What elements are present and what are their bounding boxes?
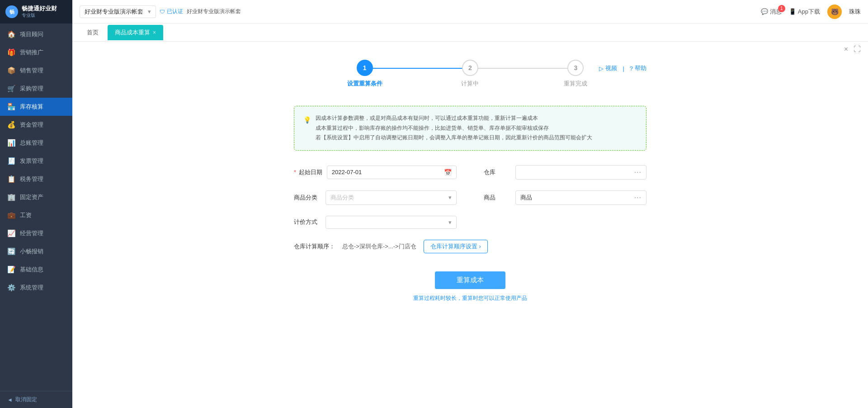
verified-badge: 🛡 已认证 xyxy=(160,8,183,15)
finance-icon: 💰 xyxy=(7,121,15,129)
tab-home-label: 首页 xyxy=(87,29,99,36)
app-download-action[interactable]: 📱 App下载 xyxy=(789,8,820,16)
basic-icon: 📝 xyxy=(7,266,15,274)
sidebar-item-label-system: 系统管理 xyxy=(20,284,43,292)
video-help-link[interactable]: ▷ 视频 xyxy=(599,64,617,72)
content-inner: 1 设置重算条件 2 计算中 3 重算完成 xyxy=(267,42,674,320)
app-download-label: App下载 xyxy=(798,8,820,16)
tab-home[interactable]: 首页 xyxy=(80,25,106,40)
category-group: 商品分类 商品分类 ▾ xyxy=(294,190,457,205)
sidebar-item-purchase[interactable]: 🛒 采购管理 xyxy=(0,80,72,98)
topbar-actions: 💬 消息 1 📱 App下载 🐻 珠珠 xyxy=(761,5,861,19)
sidebar-item-inventory[interactable]: 🏪 库存核算 xyxy=(0,98,72,116)
username[interactable]: 珠珠 xyxy=(849,8,861,16)
sidebar-item-basic[interactable]: 📝 基础信息 xyxy=(0,261,72,279)
form-row-1: * 起始日期 2022-07-01 📅 仓库 ··· xyxy=(294,165,646,180)
sidebar-item-label-inventory: 库存核算 xyxy=(20,103,43,111)
avatar[interactable]: 🐻 xyxy=(827,5,842,19)
sales-icon: 📦 xyxy=(7,66,15,75)
step-1: 1 设置重算条件 xyxy=(312,60,417,88)
expand-window-icon[interactable]: ⛶ xyxy=(854,45,861,53)
step-1-circle: 1 xyxy=(357,60,373,76)
product-group: 商品 商品 ··· xyxy=(484,190,646,205)
tabs-bar: 首页 商品成本重算 × xyxy=(72,24,868,42)
account-selector[interactable]: 好业财专业版演示帐套 ▾ xyxy=(80,5,156,18)
step-3-circle: 3 xyxy=(567,60,584,76)
sidebar-item-system[interactable]: ⚙️ 系统管理 xyxy=(0,279,72,297)
operations-icon: 📈 xyxy=(7,229,15,237)
sidebar: 畅 畅捷通好业财 专业版 🏠 项目顾问 🎁 营销推广 📦 销售管理 🛒 采购管理… xyxy=(0,0,72,408)
inventory-icon: 🏪 xyxy=(7,103,15,111)
sidebar-item-project[interactable]: 🏠 项目顾问 xyxy=(0,25,72,43)
divider: | xyxy=(623,65,624,72)
sidebar-item-operations[interactable]: 📈 经营管理 xyxy=(0,224,72,242)
calc-order-value: 总仓->深圳仓库->...->门店仓 xyxy=(342,242,416,251)
notice-text: 因成本计算参数调整，或是对商品成本有疑问时，可以通过成本重算功能，重新计算一遍成… xyxy=(316,114,592,143)
product-input[interactable]: 商品 ··· xyxy=(515,190,646,205)
warehouse-more-icon: ··· xyxy=(634,168,642,176)
product-label: 商品 xyxy=(484,194,511,202)
sidebar-item-invoice[interactable]: 🧾 发票管理 xyxy=(0,152,72,170)
product-placeholder: 商品 xyxy=(520,194,532,202)
start-date-input[interactable]: 2022-07-01 📅 xyxy=(327,166,457,179)
sidebar-item-finance[interactable]: 💰 资金管理 xyxy=(0,116,72,134)
category-select[interactable]: 商品分类 ▾ xyxy=(326,190,457,205)
calc-order-row: 仓库计算顺序： 总仓->深圳仓库->...->门店仓 仓库计算顺序设置 › xyxy=(294,240,646,253)
start-date-value: 2022-07-01 xyxy=(332,169,362,176)
verified-account-name: 好业财专业版演示帐套 xyxy=(187,8,241,15)
purchase-icon: 🛒 xyxy=(7,85,15,93)
sidebar-item-tax[interactable]: 📋 税务管理 xyxy=(0,170,72,188)
invoice-icon: 🧾 xyxy=(7,157,15,165)
product-more-icon: ··· xyxy=(634,194,642,202)
sidebar-item-label-basic: 基础信息 xyxy=(20,266,43,274)
sidebar-item-accounting[interactable]: 📊 总账管理 xyxy=(0,134,72,152)
form-row-3: 计价方式 ▾ xyxy=(294,216,646,229)
phone-icon: 📱 xyxy=(789,8,796,15)
sidebar-item-label-finance: 资金管理 xyxy=(20,121,43,129)
sidebar-item-label-expense: 小畅报销 xyxy=(20,247,43,256)
category-placeholder: 商品分类 xyxy=(330,194,354,202)
sidebar-item-salary[interactable]: 💼 工资 xyxy=(0,206,72,224)
unpin-icon: ◄ xyxy=(7,397,13,403)
recalc-button[interactable]: 重算成本 xyxy=(435,271,505,289)
calc-order-label: 仓库计算顺序： xyxy=(294,242,335,251)
close-window-icon[interactable]: × xyxy=(844,45,848,53)
project-icon: 🏠 xyxy=(7,30,15,38)
sidebar-item-sales[interactable]: 📦 销售管理 xyxy=(0,62,72,80)
sidebar-item-marketing[interactable]: 🎁 营销推广 xyxy=(0,43,72,62)
sidebar-item-label-sales: 销售管理 xyxy=(20,66,43,75)
unpin-label: 取消固定 xyxy=(15,396,37,403)
marketing-icon: 🎁 xyxy=(7,48,15,57)
sidebar-nav: 🏠 项目顾问 🎁 营销推广 📦 销售管理 🛒 采购管理 🏪 库存核算 💰 资金管… xyxy=(0,24,72,391)
warehouse-group: 仓库 ··· xyxy=(484,165,646,180)
calc-order-btn-icon: › xyxy=(479,243,481,250)
help-link[interactable]: ? 帮助 xyxy=(630,64,646,72)
sidebar-footer[interactable]: ◄ 取消固定 xyxy=(0,391,72,408)
submit-note: 重算过程耗时较长，重算时您可以正常使用产品 xyxy=(413,294,527,302)
tab-cost-recalc[interactable]: 商品成本重算 × xyxy=(108,25,163,40)
step-2: 2 计算中 xyxy=(417,60,523,88)
pricing-chevron-icon: ▾ xyxy=(448,219,452,226)
pricing-label: 计价方式 xyxy=(294,218,321,226)
expense-icon: 🔄 xyxy=(7,247,15,256)
stepper-help: ▷ 视频 | ? 帮助 xyxy=(599,64,646,72)
tab-cost-recalc-label: 商品成本重算 xyxy=(115,28,150,37)
warehouse-input[interactable]: ··· xyxy=(515,165,646,180)
calc-order-btn-label: 仓库计算顺序设置 xyxy=(430,242,477,251)
sidebar-item-label-operations: 经营管理 xyxy=(20,229,43,237)
notification-badge: 1 xyxy=(778,5,785,12)
pricing-select[interactable]: ▾ xyxy=(326,216,457,229)
category-chevron-icon: ▾ xyxy=(448,194,452,201)
system-icon: ⚙️ xyxy=(7,284,15,292)
account-name: 好业财专业版演示帐套 xyxy=(85,8,143,16)
message-action[interactable]: 💬 消息 1 xyxy=(761,8,782,16)
shield-icon: 🛡 xyxy=(160,9,165,15)
notice-icon: 💡 xyxy=(303,114,311,143)
sidebar-item-assets[interactable]: 🏢 固定资产 xyxy=(0,188,72,206)
assets-icon: 🏢 xyxy=(7,193,15,201)
step-2-label: 计算中 xyxy=(461,80,479,88)
calc-order-settings-button[interactable]: 仓库计算顺序设置 › xyxy=(424,240,488,253)
sidebar-item-expense[interactable]: 🔄 小畅报销 xyxy=(0,242,72,261)
tab-close-icon[interactable]: × xyxy=(153,29,156,36)
sidebar-item-label-assets: 固定资产 xyxy=(20,193,43,201)
